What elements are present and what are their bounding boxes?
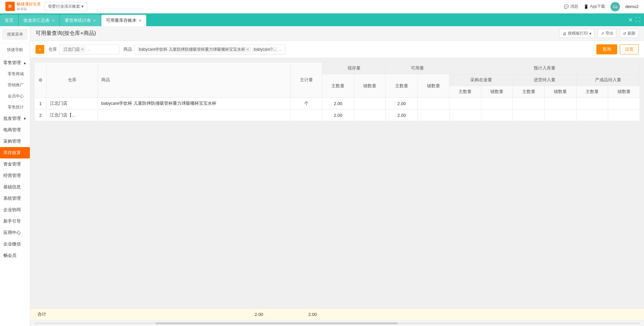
sidebar-section-finance: 资金管理 — [0, 158, 30, 170]
logo-area: 好 畅捷通好生意 标准版 — [5, 2, 41, 11]
sidebar-basic-label: 基础信息 — [3, 184, 21, 190]
print-chevron: ▾ — [589, 31, 591, 36]
table-header-unit: 主计量 — [290, 62, 322, 98]
tab-order-stats-label: 要货单统计表 — [65, 17, 91, 24]
tab-receive-summary[interactable]: 收发存汇总表 ✕ — [19, 15, 59, 26]
sidebar-ecommerce-label: 电商管理 — [3, 127, 21, 133]
query-button[interactable]: 查询 — [596, 44, 617, 54]
industry-selector[interactable]: 母婴行业演示账套 ▾ — [44, 2, 87, 11]
sidebar-section-appstore-header[interactable]: 应用中心 — [0, 227, 30, 238]
page-header: 可用量查询(按仓库+商品) 🖨 按模板打印 ▾ ↗ 导出 ↺ 刷新 — [30, 26, 644, 41]
tab-close-all-icon[interactable]: ✕ — [628, 17, 633, 23]
settings-button[interactable]: 设置 — [620, 44, 639, 54]
row1-stock-main: 2.00 — [322, 98, 354, 109]
scroll-track[interactable] — [34, 322, 640, 324]
product-tag-1-remove[interactable]: ✕ — [246, 47, 249, 52]
sidebar-retail-label: 零售管理 — [3, 60, 21, 66]
chevron-down-icon: ▼ — [23, 117, 26, 121]
export-button[interactable]: ↗ 导出 — [598, 29, 616, 38]
app-download-button[interactable]: 📱 App下载 — [584, 4, 605, 9]
logo-sub: 标准版 — [17, 7, 41, 11]
sidebar-section-newbie-header[interactable]: 新手引导 — [0, 216, 30, 227]
search-menu-button[interactable]: 搜索菜单 — [3, 30, 27, 39]
product-more-dots[interactable]: ... — [279, 47, 282, 52]
tab-order-stats[interactable]: 要货单统计表 ✕ — [60, 15, 101, 26]
content-area: 可用量查询(按仓库+商品) 🖨 按模板打印 ▾ ↗ 导出 ↺ 刷新 » — [30, 26, 644, 326]
warehouse-tag-value: 江北门店 — [64, 47, 80, 52]
table-header-purchase-main: 主数量 — [449, 86, 481, 98]
warehouse-tag-remove[interactable]: ✕ — [81, 47, 84, 52]
message-icon: 💬 — [564, 4, 569, 9]
sidebar-section-appstore: 应用中心 — [0, 227, 30, 238]
footer-available-main: 2.00 — [299, 309, 326, 320]
row1-incoming-main — [513, 98, 545, 109]
refresh-button[interactable]: ↺ 刷新 — [620, 29, 639, 38]
sidebar-section-ecommerce-header[interactable]: 电商管理 — [0, 124, 30, 136]
sidebar-section-inventory-header[interactable]: 库存核算 — [0, 147, 30, 158]
message-button[interactable]: 💬 消息 — [564, 4, 578, 9]
sidebar-item-member-center[interactable]: 会员中心 — [0, 91, 30, 102]
logo-icon: 好 — [5, 2, 15, 11]
sidebar-section-retail-header[interactable]: 零售管理 ▲ — [0, 57, 30, 68]
sidebar-item-retail-mall[interactable]: 零售商城 — [0, 68, 30, 80]
table-header-settings[interactable]: ⚙ — [35, 62, 47, 98]
sidebar-section-operations: 经营管理 — [0, 170, 30, 181]
table-header-available-main: 主数量 — [386, 74, 418, 98]
sidebar-section-ecommerce: 电商管理 — [0, 124, 30, 136]
sidebar-member-label: 畅会员 — [3, 252, 16, 259]
tab-maximize-icon[interactable]: ⛶ — [635, 17, 641, 23]
avatar[interactable]: Ea — [610, 2, 620, 11]
row1-index: 1 — [35, 98, 47, 109]
table-header-warehouse: 仓库 — [47, 62, 98, 98]
scroll-thumb[interactable] — [155, 322, 397, 324]
print-button[interactable]: 🖨 按模板打印 ▾ — [559, 29, 594, 38]
row1-available-main: 2.00 — [386, 98, 418, 109]
row1-incoming-aux — [544, 98, 576, 109]
warehouse-filter-input[interactable]: 江北门店 ✕ ... — [59, 45, 119, 54]
tab-available-stock-close[interactable]: ✕ — [139, 18, 142, 23]
page-title: 可用量查询(按仓库+商品) — [36, 30, 96, 37]
sidebar-section-system-header[interactable]: 系统管理 — [0, 193, 30, 204]
top-bar-left: 好 畅捷通好生意 标准版 母婴行业演示账套 ▾ — [5, 2, 87, 11]
message-label: 消息 — [570, 4, 578, 9]
table-header-available-group: 可用量 — [386, 62, 449, 74]
tab-receive-summary-close[interactable]: ✕ — [52, 18, 55, 23]
warehouse-more-dots[interactable]: ... — [87, 47, 90, 52]
row1-production-main — [576, 98, 608, 109]
product-filter-input[interactable]: babycare学饮杯 儿童防摔防撞吸管杯重力球吸嘴杯宝宝水杯 ✕ babyca… — [134, 45, 285, 54]
sidebar-section-wechat-header[interactable]: 企业微信 — [0, 238, 30, 250]
sidebar-section-member-header[interactable]: 畅会员 — [0, 250, 30, 261]
sidebar-section-basic-header[interactable]: 基础信息 — [0, 181, 30, 193]
row1-warehouse: 江北门店 — [47, 98, 98, 109]
sidebar-item-quick-nav[interactable]: 快捷导航 — [0, 44, 30, 55]
sidebar-section-newbie: 新手引导 — [0, 216, 30, 227]
sidebar-section-finance-header[interactable]: 资金管理 — [0, 158, 30, 170]
main-layout: 搜索菜单 快捷导航 零售管理 ▲ 零售商城 营销推广 会员中心 零售统计 批发管… — [0, 26, 644, 326]
row1-product: babycare学饮杯 儿童防摔防撞吸管杯重力球吸嘴杯宝宝水杯 — [98, 98, 290, 109]
sidebar-item-retail-stats[interactable]: 零售统计 — [0, 102, 30, 113]
sidebar-section-wholesale-header[interactable]: 批发管理 ▼ — [0, 113, 30, 124]
sidebar-purchase-label: 采购管理 — [3, 138, 21, 144]
sidebar-section-enterprise-header[interactable]: 企业协同 — [0, 204, 30, 216]
filter-actions: 查询 设置 — [596, 44, 639, 54]
sidebar-section-purchase-header[interactable]: 采购管理 — [0, 136, 30, 147]
footer-stock-main: 2.00 — [246, 309, 272, 320]
sidebar-wechat-label: 企业微信 — [3, 241, 21, 247]
product-filter-label: 商品 — [123, 46, 132, 52]
row2-stock-aux — [354, 109, 386, 121]
footer-row: 合计 2.00 2.00 — [34, 309, 640, 320]
scroll-bar-area — [30, 320, 644, 326]
sidebar-section-operations-header[interactable]: 经营管理 — [0, 170, 30, 181]
tab-available-stock[interactable]: 可用量库存账本 ✕ — [101, 15, 146, 26]
tab-home[interactable]: 首页 — [0, 15, 18, 26]
print-icon: 🖨 — [562, 31, 567, 36]
row2-incoming-aux — [544, 109, 576, 121]
sidebar-section-inventory: 库存核算 — [0, 147, 30, 158]
filter-toggle-button[interactable]: » — [36, 45, 44, 54]
row1-purchase-aux — [481, 98, 513, 109]
tab-order-stats-close[interactable]: ✕ — [93, 18, 96, 23]
sidebar-section-retail: 零售管理 ▲ 零售商城 营销推广 会员中心 零售统计 — [0, 57, 30, 113]
table-header-incoming-main: 主数量 — [513, 86, 545, 98]
logo-text-block: 畅捷通好生意 标准版 — [17, 2, 41, 11]
sidebar-item-marketing[interactable]: 营销推广 — [0, 80, 30, 91]
